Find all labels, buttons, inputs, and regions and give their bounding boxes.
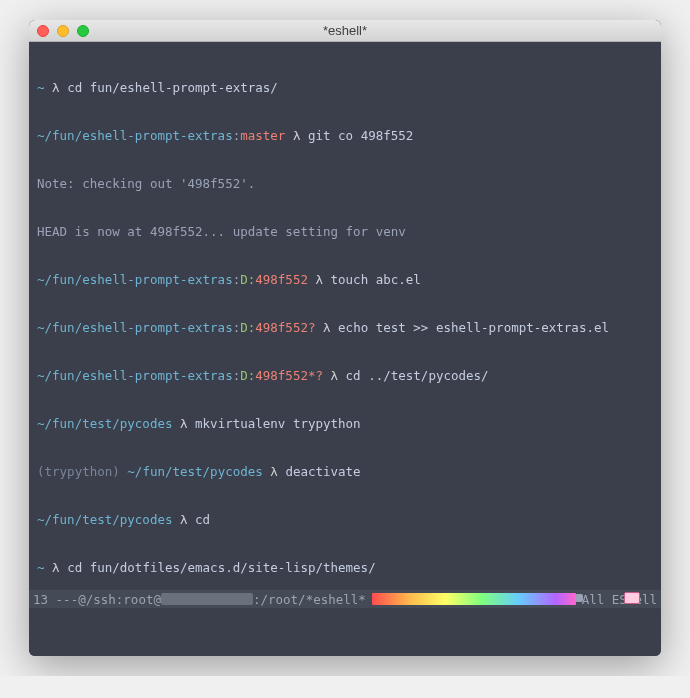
terminal-line: ~ λ cd fun/dotfiles/emacs.d/site-lisp/th… xyxy=(37,560,653,576)
nyan-rainbow-icon xyxy=(372,593,576,605)
redacted-host xyxy=(161,593,253,605)
terminal-line: ~/fun/test/pycodes λ cd xyxy=(37,512,653,528)
terminal-line: ~/fun/eshell-prompt-extras:master λ git … xyxy=(37,128,653,144)
terminal-line: ~/fun/eshell-prompt-extras:D:498f552*? λ… xyxy=(37,368,653,384)
modeline-mid: :/root/*eshell* xyxy=(253,592,366,607)
terminal-line: ~/fun/eshell-prompt-extras:D:498f552? λ … xyxy=(37,320,653,336)
terminal-line: Note: checking out '498f552'. xyxy=(37,176,653,192)
terminal-buffer[interactable]: ~ λ cd fun/eshell-prompt-extras/ ~/fun/e… xyxy=(29,42,661,590)
terminal-line: ~/fun/eshell-prompt-extras:D:498f552 λ t… xyxy=(37,272,653,288)
terminal-line: (trypython) ~/fun/test/pycodes λ deactiv… xyxy=(37,464,653,480)
terminal-line: ~ λ cd fun/eshell-prompt-extras/ xyxy=(37,80,653,96)
titlebar[interactable]: *eshell* xyxy=(29,20,661,42)
terminal-line: ~/fun/test/pycodes λ mkvirtualenv trypyt… xyxy=(37,416,653,432)
modeline-line-number: 13 xyxy=(33,592,48,607)
terminal-line: HEAD is now at 498f552... update setting… xyxy=(37,224,653,240)
modeline-left: ---@/ssh:root@ xyxy=(56,592,161,607)
app-window: *eshell* ~ λ cd fun/eshell-prompt-extras… xyxy=(29,20,661,656)
window-title: *eshell* xyxy=(29,23,661,38)
modeline: 13 ---@/ssh:root@:/root/*eshell* All ESh… xyxy=(29,590,661,608)
modeline-right: All EShell xyxy=(578,592,657,607)
nyan-cat-icon xyxy=(564,591,580,605)
